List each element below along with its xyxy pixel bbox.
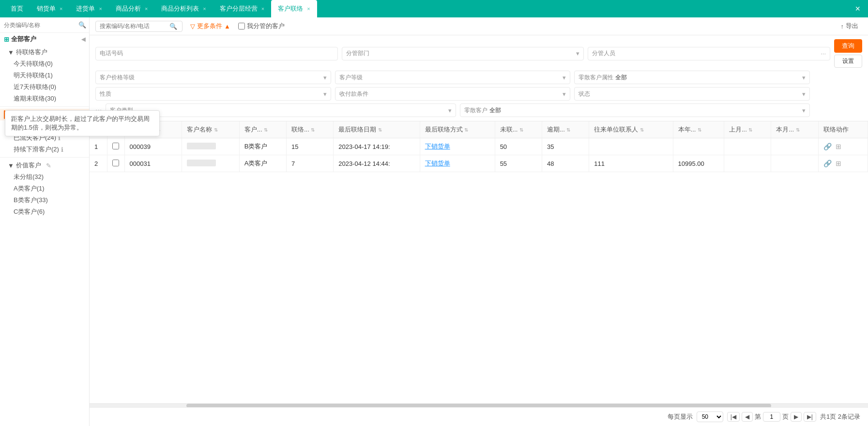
row1-unit-contact: [589, 138, 673, 155]
arrow-down-icon: ▼: [8, 49, 14, 56]
nav-product-analysis[interactable]: 商品分析 ×: [109, 0, 154, 17]
col-last-method[interactable]: 最后联络方式 ⇅: [420, 121, 495, 138]
filter-payment[interactable]: 收付款条件 ▾: [335, 87, 571, 101]
close-purchase-order[interactable]: ×: [99, 0, 102, 17]
col-this-month[interactable]: 本月... ⇅: [771, 121, 818, 138]
horizontal-scrollbar[interactable]: [90, 403, 868, 407]
search-icon[interactable]: 🔍: [169, 23, 177, 30]
close-product-analysis[interactable]: ×: [145, 0, 148, 17]
row2-link-icon[interactable]: 🔗: [823, 160, 832, 167]
row2-last-method[interactable]: 下销货单: [420, 155, 495, 172]
col-contact-count[interactable]: 联络... ⇅: [286, 121, 333, 138]
nav-customer-contact[interactable]: 客户联络 ×: [271, 0, 317, 17]
nav-purchase-order[interactable]: 进货单 ×: [69, 0, 108, 17]
row2-last-date: 2023-04-12 14:44:: [334, 155, 420, 172]
search-input[interactable]: [100, 23, 168, 29]
page-number-input[interactable]: [763, 412, 780, 422]
sidebar-7day-contact[interactable]: 近7天待联络(0): [0, 81, 89, 93]
chevron-down-8: ▾: [802, 90, 806, 98]
window-close-button[interactable]: ×: [851, 4, 864, 14]
nav-customer-tier[interactable]: 客户分层经营 ×: [213, 0, 271, 17]
filter-phone[interactable]: 电话号码: [95, 47, 338, 60]
row2-lastmonth: [724, 155, 771, 172]
first-page-button[interactable]: |◀: [727, 412, 740, 422]
filter-status[interactable]: 状态 ▾: [574, 87, 810, 101]
col-unit-contact[interactable]: 往来单位联系人 ⇅: [589, 121, 673, 138]
filter-dept[interactable]: 分管部门 ▾: [342, 47, 584, 60]
close-customer-tier[interactable]: ×: [261, 0, 264, 17]
more-filter-button[interactable]: ▽ 更多条件 ▲: [186, 20, 234, 32]
my-customer-checkbox[interactable]: [238, 23, 245, 29]
chevron-up-icon: ▲: [224, 23, 230, 30]
search-box: 🔍: [95, 21, 183, 32]
filter-price-level[interactable]: 客户价格等级 ▾: [95, 71, 331, 84]
sort-date-icon: ⇅: [378, 127, 382, 132]
row1-grid-icon[interactable]: ⊞: [836, 143, 841, 150]
close-sales-order[interactable]: ×: [60, 0, 62, 17]
filter-retail-customer[interactable]: 零散客户 全部 ▾: [460, 103, 810, 117]
sidebar-all-customers[interactable]: ⊞ 全部客户 ◀: [0, 33, 89, 45]
filter-person[interactable]: 分管人员 ···: [588, 47, 830, 60]
sidebar-c-class[interactable]: C类客户(6): [0, 206, 89, 218]
col-last-date[interactable]: 最后联络日期 ⇅: [334, 121, 420, 138]
my-customer-checkbox-area[interactable]: 我分管的客户: [238, 22, 285, 30]
sidebar-tomorrow-contact[interactable]: 明天待联络(1): [0, 70, 89, 81]
sidebar-pending-contact-title[interactable]: ▼ 待联络客户: [0, 46, 89, 58]
nav-sales-order[interactable]: 销货单 ×: [30, 0, 69, 17]
sidebar-unclassified[interactable]: 未分组(32): [0, 171, 89, 183]
settings-button[interactable]: 设置: [834, 55, 862, 68]
top-navigation: 首页 销货单 × 进货单 × 商品分析 × 商品分析列表 × 客户分层经营 × …: [0, 0, 868, 17]
filter-retail-attr[interactable]: 零散客户属性 全部 ▾: [574, 71, 810, 84]
col-customer-type[interactable]: 客户... ⇅: [239, 121, 286, 138]
col-year-amount[interactable]: 本年... ⇅: [673, 121, 724, 138]
col-overdue[interactable]: 逾期... ⇅: [542, 121, 589, 138]
page-size-select[interactable]: 50 100 200: [697, 411, 723, 422]
query-button[interactable]: 查询: [834, 39, 862, 53]
row2-year: 10995.00: [673, 155, 724, 172]
export-icon: ↑: [841, 23, 844, 30]
filter-icon: ▽: [190, 23, 195, 30]
row2-checkbox[interactable]: [107, 155, 124, 172]
page-label: 第: [755, 412, 761, 421]
edit-icon[interactable]: ✎: [46, 162, 51, 169]
row2-select[interactable]: [112, 160, 119, 166]
filter-customer-level[interactable]: 客户等级 ▾: [335, 71, 571, 84]
chevron-down-10: ▾: [802, 107, 806, 114]
collapse-icon[interactable]: ◀: [81, 36, 85, 43]
filter-actions: 查询 设置: [834, 39, 862, 68]
nav-product-analysis-list[interactable]: 商品分析列表 ×: [154, 0, 213, 17]
sidebar-search-icon[interactable]: 🔍: [78, 21, 86, 29]
sidebar-declining[interactable]: 持续下滑客户(2) ℹ: [0, 144, 89, 155]
row1-select[interactable]: [112, 143, 119, 149]
chevron-down-icon: ▾: [576, 50, 579, 57]
nav-home[interactable]: 首页: [4, 0, 30, 17]
next-page-button[interactable]: ▶: [791, 412, 802, 422]
sidebar-value-group-title[interactable]: ▼ 价值客户 ✎: [0, 160, 89, 171]
close-product-analysis-list[interactable]: ×: [203, 0, 206, 17]
last-page-button[interactable]: ▶|: [804, 412, 816, 422]
row1-link-icon[interactable]: 🔗: [823, 143, 832, 150]
filter-nature[interactable]: 性质 ▾: [95, 87, 331, 101]
sort-method-icon: ⇅: [464, 127, 468, 132]
col-last-month[interactable]: 上月... ⇅: [724, 121, 771, 138]
export-button[interactable]: ↑ 导出: [837, 20, 863, 32]
filter-row-3: 性质 ▾ 收付款条件 ▾ 状态 ▾: [95, 87, 862, 101]
col-uncontacted[interactable]: 未联... ⇅: [495, 121, 542, 138]
row1-name: [182, 138, 240, 155]
close-customer-contact[interactable]: ×: [307, 0, 310, 17]
sort-type-icon: ⇅: [264, 127, 268, 132]
row2-grid-icon[interactable]: ⊞: [836, 160, 841, 167]
sidebar-overdue-contact[interactable]: 逾期未联络(30): [0, 93, 89, 104]
col-name[interactable]: 客户名称 ⇅: [182, 121, 240, 138]
row1-last-method[interactable]: 下销货单: [420, 138, 495, 155]
row1-type: B类客户: [239, 138, 286, 155]
prev-page-button[interactable]: ◀: [742, 412, 753, 422]
chevron-down-5: ▾: [802, 74, 806, 81]
sidebar-a-class[interactable]: A类客户(1): [0, 183, 89, 194]
sidebar-b-class[interactable]: B类客户(33): [0, 194, 89, 206]
tooltip-box: 距客户上次交易时长，超过了此客户的平均交易周期的1.5倍，则视为异常。: [5, 110, 89, 136]
category-search-input[interactable]: [4, 22, 76, 29]
sidebar-today-contact[interactable]: 今天待联络(0): [0, 58, 89, 70]
row2-overdue: 48: [542, 155, 589, 172]
row1-checkbox[interactable]: [107, 138, 124, 155]
